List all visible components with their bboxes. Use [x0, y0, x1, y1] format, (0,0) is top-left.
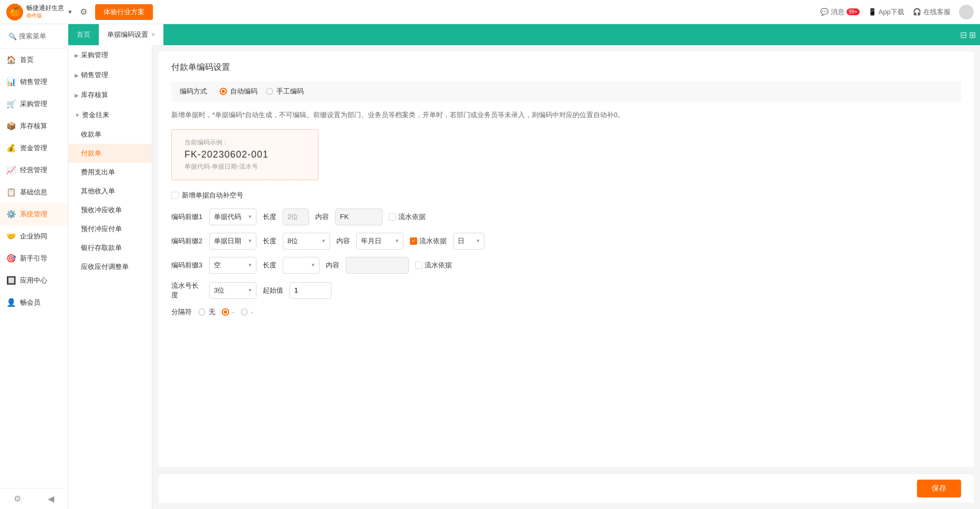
water3-checkbox-row[interactable]: 流水依据	[415, 261, 452, 270]
left-nav-item-prepay-recv[interactable]: 预收冲应收单	[68, 201, 152, 220]
experience-button[interactable]: 体验行业方案	[95, 4, 153, 20]
member-icon: 👤	[6, 298, 16, 307]
app-download-btn[interactable]: 📱 App下载	[868, 7, 904, 17]
prefix3-select[interactable]: 空 ▾	[209, 257, 256, 274]
prefix3-value: 空	[214, 261, 221, 270]
avatar[interactable]	[959, 5, 974, 19]
finance-icon: 💰	[6, 143, 16, 153]
chevron-down-icon: ▾	[249, 262, 252, 268]
separator-dot2-label: ·	[251, 308, 253, 316]
water2-checkbox-row[interactable]: ✓ 流水依据	[410, 236, 447, 246]
prefix-row-1: 编码前缀1 单据代码 ▾ 长度 2位 内容 FK 流水依据	[171, 209, 961, 225]
length2-label: 长度	[263, 236, 276, 246]
serial-length-select[interactable]: 3位 ▾	[209, 282, 256, 299]
left-nav-item-payment[interactable]: 付款单	[68, 144, 152, 163]
left-nav-group-title-inventory[interactable]: ▶ 库存核算	[68, 85, 152, 105]
sidebar-item-sales[interactable]: 📊 销售管理	[0, 71, 68, 93]
sidebar-item-label: 库存核算	[20, 121, 47, 131]
tab-encoding-label: 单据编码设置	[107, 30, 148, 39]
sidebar-item-inventory[interactable]: 📦 库存核算	[0, 115, 68, 137]
left-nav-group-title-capital[interactable]: ▼ 资金往来	[68, 105, 152, 125]
left-nav-group-sales: ▶ 销售管理	[68, 65, 152, 85]
sidebar-item-enterprise[interactable]: 🤝 企业协同	[0, 225, 68, 247]
water3-checkbox[interactable]	[415, 262, 422, 269]
prefix1-select[interactable]: 单据代码 ▾	[209, 209, 256, 225]
separator-none-circle	[198, 308, 205, 316]
sidebar-item-home[interactable]: 🏠 首页	[0, 49, 68, 71]
prefix1-value: 单据代码	[214, 212, 241, 222]
separator-dot-circle	[222, 308, 229, 316]
encoding-method-row: 编码方式 自动编码 手工编码	[171, 81, 961, 101]
sidebar-item-guide[interactable]: 🎯 新手引导	[0, 247, 68, 269]
left-nav-item-receipt[interactable]: 收款单	[68, 125, 152, 144]
content2-select[interactable]: 年月日 ▾	[356, 233, 404, 250]
water2-unit-value: 日	[458, 236, 465, 246]
save-button[interactable]: 保存	[917, 480, 961, 497]
sidebar-item-system[interactable]: ⚙️ 系统管理	[0, 203, 68, 225]
left-nav-item-prepay-pay[interactable]: 预付冲应付单	[68, 220, 152, 238]
sidebar-item-label: 销售管理	[20, 77, 47, 87]
tabbar-maximize-icon[interactable]: ⊞	[969, 30, 976, 40]
sidebar-item-basic[interactable]: 📋 基础信息	[0, 181, 68, 203]
settings-bottom-icon[interactable]: ⚙	[14, 494, 21, 504]
sidebar-item-finance[interactable]: 💰 资金管理	[0, 137, 68, 159]
separator-none-radio[interactable]: 无	[198, 307, 215, 317]
left-nav-item-other-income[interactable]: 其他收入单	[68, 182, 152, 201]
prefix2-select[interactable]: 单据日期 ▾	[209, 233, 256, 250]
chevron-down-icon: ▾	[312, 262, 315, 268]
basic-icon: 📋	[6, 188, 16, 197]
left-nav-item-ar-ap-adjust[interactable]: 应收应付调整单	[68, 257, 152, 276]
manual-code-radio[interactable]: 手工编码	[266, 87, 304, 96]
chevron-down-icon: ▾	[477, 237, 480, 244]
sidebar-item-label: 企业协同	[20, 232, 47, 241]
water2-checkbox[interactable]: ✓	[410, 237, 417, 245]
topbar-dropdown[interactable]: ▾	[68, 8, 72, 16]
tabbar-minimize-icon[interactable]: ⊟	[960, 30, 967, 40]
auto-code-radio-circle	[220, 88, 227, 95]
left-nav-item-bank[interactable]: 银行存取款单	[68, 238, 152, 257]
chevron-down-icon: ▾	[249, 213, 252, 220]
sidebar-item-purchase[interactable]: 🛒 采购管理	[0, 93, 68, 115]
auto-code-radio[interactable]: 自动编码	[220, 87, 257, 96]
chevron-down-icon: ▾	[396, 237, 399, 244]
sidebar-search[interactable]: 🔍 搜索菜单	[0, 24, 68, 49]
separator-dot-radio[interactable]: ·	[222, 308, 234, 316]
sidebar-item-operation[interactable]: 📈 经营管理	[0, 159, 68, 181]
sidebar-item-label: 首页	[20, 55, 34, 65]
prefix-row-3: 编码前缀3 空 ▾ 长度 ▾ 内容	[171, 257, 961, 274]
tabbar: 首页 单据编码设置 × ⊟ ⊞	[68, 24, 980, 45]
length3-select[interactable]: ▾	[283, 257, 319, 274]
content3-label: 内容	[326, 261, 339, 270]
water1-checkbox[interactable]	[389, 213, 396, 221]
purchase-icon: 🛒	[6, 99, 16, 109]
sidebar-item-apps[interactable]: 🔲 应用中心	[0, 269, 68, 292]
auto-fill-checkbox[interactable]	[171, 192, 179, 199]
search-menu-btn[interactable]: 🔍 搜索菜单	[4, 29, 64, 43]
online-service-btn[interactable]: 🎧 在线客服	[913, 7, 951, 17]
serial-length-label: 流水号长度	[171, 281, 203, 300]
left-nav-group-title-purchase[interactable]: ▶ 采购管理	[68, 45, 152, 65]
message-icon: 💬	[820, 8, 829, 16]
gear-icon[interactable]: ⚙	[76, 5, 91, 19]
auto-code-label: 自动编码	[230, 87, 257, 96]
water1-checkbox-row[interactable]: 流水依据	[389, 212, 426, 222]
water2-unit-select[interactable]: 日 ▾	[453, 233, 484, 250]
tab-close-icon[interactable]: ×	[151, 31, 155, 38]
operation-icon: 📈	[6, 165, 16, 175]
left-nav-group-title-sales[interactable]: ▶ 销售管理	[68, 65, 152, 85]
logo-main-text: 畅捷通好生意	[26, 4, 64, 13]
main-layout: 🔍 搜索菜单 🏠 首页 📊 销售管理 🛒 采购管理 📦 库存核算 💰 资金管理 …	[0, 24, 980, 509]
tab-home[interactable]: 首页	[68, 24, 99, 45]
sidebar-item-member[interactable]: 👤 畅会员	[0, 292, 68, 314]
tab-encoding[interactable]: 单据编码设置 ×	[99, 24, 163, 45]
group-label: 资金往来	[82, 110, 109, 120]
left-nav-item-expense[interactable]: 费用支出单	[68, 163, 152, 182]
collapse-icon[interactable]: ◀	[48, 494, 54, 504]
length2-select[interactable]: 8位 ▾	[283, 233, 330, 250]
online-service-icon: 🎧	[913, 8, 921, 16]
start-value-input[interactable]	[290, 282, 332, 299]
left-nav: ▶ 采购管理 ▶ 销售管理 ▶ 库存核算	[68, 45, 152, 509]
separator-none-label: 无	[209, 307, 215, 317]
message-btn[interactable]: 💬 消息 99+	[820, 7, 860, 17]
separator-dot2-radio[interactable]: ·	[241, 308, 253, 316]
